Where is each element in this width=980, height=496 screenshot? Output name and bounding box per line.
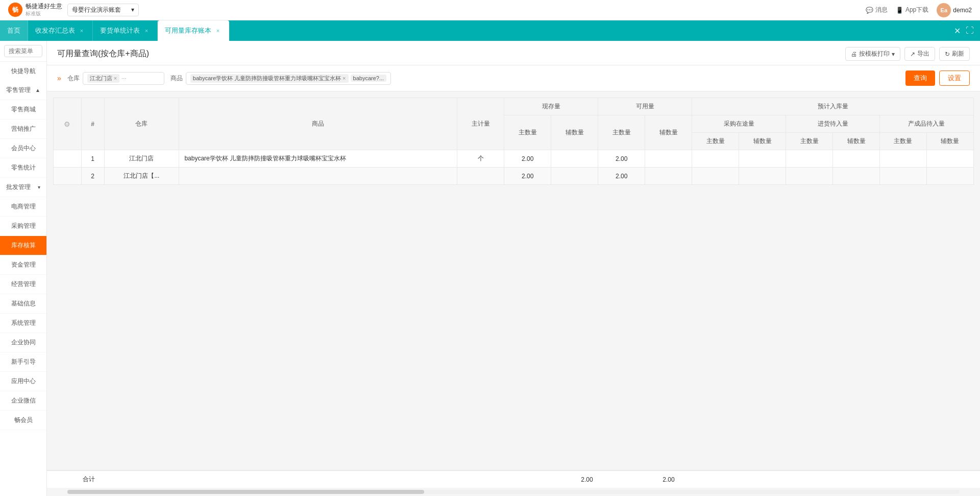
message-button[interactable]: 💬 消息 bbox=[866, 6, 888, 14]
sidebar: 快捷导航 零售管理 ▲ 零售商城 营销推广 会员中心 零售统计 批发管理 ▾ 电… bbox=[0, 41, 47, 496]
row1-warehouse: 江北门店 bbox=[104, 150, 179, 168]
sidebar-item-system[interactable]: 系统管理 bbox=[0, 314, 46, 333]
tab2-label: 要货单统计表 bbox=[100, 26, 140, 35]
table-area: ⚙ # 仓库 商品 主计量 现存量 可用量 预计入库量 主数量 辅数量 主数量 bbox=[47, 91, 980, 470]
th-product-wait-main: 主数量 bbox=[879, 133, 926, 150]
product-filter-group: 商品 babycare学饮杯 儿童防摔防撞吸管杯重力球吸嘴杯宝宝水杯 × bab… bbox=[170, 72, 391, 85]
sidebar-item-retail-mall[interactable]: 零售商城 bbox=[0, 100, 46, 120]
th-settings[interactable]: ⚙ bbox=[54, 98, 82, 150]
industry-selector[interactable]: 母婴行业演示账套 ▾ bbox=[67, 4, 139, 16]
tab3-close-icon[interactable]: × bbox=[214, 27, 222, 34]
row1-stock-aux bbox=[551, 150, 598, 168]
logo-icon: 畅 bbox=[8, 3, 22, 17]
query-button[interactable]: 查询 bbox=[905, 70, 935, 86]
top-bar-right: 💬 消息 📱 App下载 Ea demo2 bbox=[866, 3, 972, 17]
header-actions: 🖨 按模板打印 ▾ ↗ 导出 ↻ 刷新 bbox=[845, 47, 970, 61]
row1-inc-aux bbox=[833, 150, 880, 168]
th-stock-aux: 辅数量 bbox=[551, 115, 598, 150]
scroll-bar-area bbox=[47, 488, 980, 496]
th-available-aux: 辅数量 bbox=[645, 115, 692, 150]
row2-no: 2 bbox=[81, 168, 104, 185]
sidebar-item-operations[interactable]: 经营管理 bbox=[0, 275, 46, 294]
tab2-close-icon[interactable]: × bbox=[143, 27, 150, 34]
more-icon[interactable]: ··· bbox=[121, 75, 126, 81]
warehouse-filter-input[interactable]: 江北门店 × ··· bbox=[83, 72, 164, 85]
sidebar-item-member[interactable]: 会员中心 bbox=[0, 139, 46, 158]
search-input[interactable] bbox=[4, 45, 42, 57]
horizontal-scrollbar[interactable] bbox=[67, 490, 960, 494]
setting-button[interactable]: 设置 bbox=[939, 70, 970, 86]
row2-inc-aux bbox=[833, 168, 880, 185]
app-download-button[interactable]: 📱 App下载 bbox=[896, 6, 928, 14]
row1-prod-main bbox=[879, 150, 926, 168]
table-footer: 合计 2.00 2.00 bbox=[47, 470, 980, 488]
chevron-down-icon: ▾ bbox=[131, 6, 134, 13]
sidebar-item-newbie[interactable]: 新手引导 bbox=[0, 352, 46, 372]
table-row: 2 江北门店【... 2.00 2.00 bbox=[54, 168, 974, 185]
row2-avail-main: 2.00 bbox=[598, 168, 645, 185]
th-incoming-wait-aux: 辅数量 bbox=[833, 133, 880, 150]
sidebar-item-retail-mgmt[interactable]: 零售管理 ▲ bbox=[0, 81, 46, 100]
home-tab-label: 首页 bbox=[7, 26, 20, 35]
th-purchase-main: 主数量 bbox=[692, 133, 739, 150]
warehouse-filter-group: 仓库 江北门店 × ··· bbox=[67, 72, 164, 85]
data-table: ⚙ # 仓库 商品 主计量 现存量 可用量 预计入库量 主数量 辅数量 主数量 bbox=[53, 98, 974, 185]
footer-stock-total: 2.00 bbox=[567, 476, 607, 483]
message-icon: 💬 bbox=[866, 7, 873, 14]
row1-stock-main: 2.00 bbox=[504, 150, 551, 168]
tab1-close-icon[interactable]: × bbox=[78, 27, 85, 34]
sidebar-item-inventory[interactable]: 库存核算 bbox=[0, 236, 46, 255]
maximize-icon[interactable]: ⛶ bbox=[966, 26, 974, 35]
top-bar-left: 畅 畅捷通好生意 标准版 母婴行业演示账套 ▾ bbox=[8, 3, 139, 17]
sidebar-item-retail-stats[interactable]: 零售统计 bbox=[0, 158, 46, 178]
sidebar-item-wholesale-mgmt[interactable]: 批发管理 ▾ bbox=[0, 178, 46, 197]
row2-prod-aux bbox=[926, 168, 973, 185]
settings-icon[interactable]: ⚙ bbox=[64, 120, 70, 128]
sidebar-item-quick-nav[interactable]: 快捷导航 bbox=[0, 62, 46, 81]
row1-avail-aux bbox=[645, 150, 692, 168]
sidebar-item-vip[interactable]: 畅会员 bbox=[0, 411, 46, 430]
product-filter-input[interactable]: babycare学饮杯 儿童防摔防撞吸管杯重力球吸嘴杯宝宝水杯 × babyca… bbox=[186, 72, 391, 85]
th-product-wait-aux: 辅数量 bbox=[926, 133, 973, 150]
row2-stock-main: 2.00 bbox=[504, 168, 551, 185]
export-button[interactable]: ↗ 导出 bbox=[904, 47, 935, 61]
row2-unit bbox=[457, 168, 504, 185]
close-window-icon[interactable]: ✕ bbox=[954, 26, 961, 36]
warehouse-tag-close[interactable]: × bbox=[114, 75, 117, 81]
avatar: Ea bbox=[937, 3, 951, 17]
product-tag1-close[interactable]: × bbox=[342, 75, 346, 81]
th-warehouse: 仓库 bbox=[104, 98, 179, 150]
print-icon: 🖨 bbox=[851, 51, 857, 58]
row1-settings bbox=[54, 150, 82, 168]
th-available-main: 主数量 bbox=[598, 115, 645, 150]
scrollbar-thumb[interactable] bbox=[67, 490, 424, 494]
tab-home[interactable]: 首页 bbox=[0, 20, 28, 41]
row2-pur-aux bbox=[739, 168, 786, 185]
sidebar-item-app-center[interactable]: 应用中心 bbox=[0, 372, 46, 391]
sidebar-item-finance[interactable]: 资金管理 bbox=[0, 255, 46, 275]
row2-avail-aux bbox=[645, 168, 692, 185]
sidebar-item-basic[interactable]: 基础信息 bbox=[0, 294, 46, 314]
logo-subtitle: 标准版 bbox=[26, 10, 62, 17]
th-product-wait-group: 产成品待入量 bbox=[879, 115, 973, 133]
sidebar-item-wechat[interactable]: 企业微信 bbox=[0, 391, 46, 411]
footer-label: 合计 bbox=[52, 475, 134, 484]
sidebar-item-enterprise[interactable]: 企业协同 bbox=[0, 333, 46, 352]
sidebar-item-marketing[interactable]: 营销推广 bbox=[0, 120, 46, 139]
main-layout: 快捷导航 零售管理 ▲ 零售商城 营销推广 会员中心 零售统计 批发管理 ▾ 电… bbox=[0, 41, 980, 496]
refresh-button[interactable]: ↻ 刷新 bbox=[939, 47, 970, 61]
chevron-down-icon: ▾ bbox=[38, 184, 40, 190]
sidebar-item-ecommerce[interactable]: 电商管理 bbox=[0, 197, 46, 217]
sidebar-item-purchase[interactable]: 采购管理 bbox=[0, 217, 46, 236]
table-row: 1 江北门店 babycare学饮杯 儿童防摔防撞吸管杯重力球吸嘴杯宝宝水杯 个… bbox=[54, 150, 974, 168]
user-area[interactable]: Ea demo2 bbox=[937, 3, 972, 17]
product-label: 商品 bbox=[170, 74, 183, 83]
tab-order-stats[interactable]: 要货单统计表 × bbox=[93, 20, 158, 41]
row2-settings bbox=[54, 168, 82, 185]
tab-receivable-summary[interactable]: 收发存汇总表 × bbox=[28, 20, 93, 41]
tab-available-inventory[interactable]: 可用量库存账本 × bbox=[158, 20, 229, 41]
template-print-button[interactable]: 🖨 按模板打印 ▾ bbox=[845, 47, 900, 61]
filter-toggle-button[interactable]: » bbox=[57, 74, 61, 82]
th-incoming-wait-group: 进货待入量 bbox=[786, 115, 880, 133]
download-icon: 📱 bbox=[896, 7, 903, 14]
